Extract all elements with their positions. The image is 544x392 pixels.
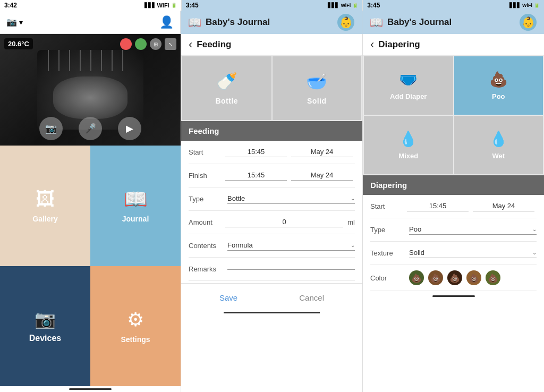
feeding-form-title: Feeding	[189, 126, 219, 135]
diapering-color-row: Color 💩 💩 💩 💩 💩	[370, 265, 537, 291]
journal-title-p3: 📖 Baby's Journal	[370, 16, 452, 29]
poo-icon: 💩	[489, 71, 508, 88]
panel-feeding: ‹ Feeding 🍼 Bottle 🥣 Solid Feeding	[181, 34, 362, 392]
journal-title-text-p3: Baby's Journal	[387, 17, 452, 28]
color-brown[interactable]: 💩	[428, 270, 443, 285]
bottom-indicator-p3	[432, 295, 475, 297]
journal-label: Journal	[122, 215, 149, 223]
time-panel1: 3:42	[4, 2, 17, 9]
back-button-feeding[interactable]: ‹	[189, 38, 192, 52]
person-icon-p1[interactable]: 👤	[159, 15, 174, 29]
diapering-form: Diapering Start 15:45 May 24 Type	[363, 175, 544, 392]
finish-date[interactable]: May 24	[291, 171, 353, 181]
status-bar-panel2: 3:45 ▋▋▋ WiFi 🔋	[182, 0, 363, 11]
feeding-section-title: Feeding	[197, 39, 231, 50]
diapering-start-date[interactable]: May 24	[473, 202, 534, 211]
finish-time[interactable]: 15:45	[225, 171, 287, 181]
wet-tile[interactable]: 💧 Wet	[454, 116, 543, 174]
camera-selector[interactable]: 📷 ▾	[6, 17, 23, 27]
save-button[interactable]: Save	[209, 290, 248, 305]
color-dark-brown[interactable]: 💩	[447, 270, 462, 285]
gallery-tile[interactable]: 🖼 Gallery	[0, 146, 90, 266]
add-diaper-icon: 🩲	[399, 71, 418, 88]
texture-label: Texture	[370, 249, 405, 257]
solid-label: Solid	[307, 97, 327, 105]
feeding-remarks-row: Remarks	[189, 258, 355, 281]
mixed-label: Mixed	[398, 152, 418, 160]
solid-icon: 🥣	[306, 71, 327, 91]
feeding-start-row: Start 15:45 May 24	[189, 141, 355, 164]
wifi-icon-p1: WiFi	[157, 2, 169, 8]
poo-tile[interactable]: 💩 Poo	[454, 56, 543, 115]
color-green-brown[interactable]: 💩	[486, 270, 500, 285]
signal-icon-p3: ▋▋▋	[509, 3, 521, 8]
battery-icon-p3: 🔋	[534, 3, 540, 8]
bottle-label: Bottle	[215, 97, 238, 105]
camera-selector-label: ▾	[19, 18, 23, 27]
camera-icon-nav: 📷	[6, 17, 17, 27]
baby-icon-p2[interactable]: 👶	[337, 14, 354, 31]
type-label-diapering: Type	[370, 226, 405, 234]
diapering-type-row[interactable]: Type Poo ⌄	[370, 218, 537, 242]
red-dot	[120, 38, 132, 50]
green-dot	[135, 38, 147, 50]
type-chevron-diapering: ⌄	[532, 226, 537, 232]
color-medium-brown[interactable]: 💩	[466, 270, 481, 285]
diapering-section-title: Diapering	[378, 39, 420, 50]
color-dark-green[interactable]: 💩	[409, 270, 424, 285]
settings-label: Settings	[121, 335, 150, 344]
camera-view: 20.6°C ⊞ ⤡ 📷 🎤 ▶	[0, 34, 181, 146]
journal-tile[interactable]: 📖 Journal	[90, 146, 181, 266]
solid-tile[interactable]: 🥣 Solid	[273, 56, 362, 120]
camera-bottom-controls: 📷 🎤 ▶	[0, 117, 181, 140]
wifi-icon-p3: WiFi	[522, 3, 532, 8]
cancel-button[interactable]: Cancel	[288, 290, 335, 305]
play-button[interactable]: ▶	[118, 117, 141, 140]
feeding-section-header: ‹ Feeding	[181, 34, 362, 55]
feeding-form-header: Feeding	[181, 121, 362, 141]
microphone-button[interactable]: 🎤	[79, 117, 102, 140]
amount-label: Amount	[189, 218, 223, 226]
signal-icon-p2: ▋▋▋	[328, 3, 339, 8]
start-time[interactable]: 15:45	[225, 148, 287, 157]
grid-btn[interactable]: ⊞	[150, 38, 162, 50]
start-date[interactable]: May 24	[291, 148, 353, 157]
texture-value: Solid	[409, 249, 424, 257]
contents-chevron: ⌄	[351, 242, 355, 248]
type-label-feeding: Type	[189, 195, 223, 203]
status-icons-panel1: ▋▋▋ WiFi 🔋	[144, 2, 177, 8]
gallery-label: Gallery	[32, 215, 57, 223]
back-button-diapering[interactable]: ‹	[370, 38, 374, 52]
expand-btn[interactable]: ⤡	[165, 38, 176, 50]
devices-label: Devices	[29, 334, 62, 343]
nav-bar-panel1: 📷 ▾ 👤	[0, 11, 181, 34]
time-panel2: 3:45	[186, 2, 199, 9]
poo-label: Poo	[492, 92, 505, 100]
snapshot-button[interactable]: 📷	[39, 117, 63, 140]
home-indicator-p1	[69, 388, 112, 390]
feeding-contents-row[interactable]: Contents Formula ⌄	[189, 234, 355, 258]
color-options: 💩 💩 💩 💩 💩	[409, 270, 500, 285]
diapering-texture-row[interactable]: Texture Solid ⌄	[370, 242, 537, 265]
texture-chevron: ⌄	[532, 250, 537, 255]
nav-bar-panel3: 📖 Baby's Journal 👶	[362, 11, 544, 34]
diaper-tiles: 🩲 Add Diaper 💩 Poo 💧 Mixed 💧 Wet	[363, 55, 544, 175]
contents-label: Contents	[189, 242, 223, 250]
settings-icon: ⚙	[127, 309, 144, 331]
baby-icon-p3[interactable]: 👶	[520, 14, 537, 31]
feeding-type-row[interactable]: Type Bottle ⌄	[189, 188, 355, 211]
amount-value[interactable]: 0	[225, 218, 343, 227]
mixed-tile[interactable]: 💧 Mixed	[364, 116, 453, 174]
journal-title-text-p2: Baby's Journal	[206, 17, 270, 28]
panel-diapering: ‹ Diapering 🩲 Add Diaper 💩 Poo 💧 Mixed	[362, 34, 544, 392]
time-panel3: 3:45	[367, 2, 380, 9]
finish-label: Finish	[189, 172, 223, 180]
settings-tile[interactable]: ⚙ Settings	[90, 266, 181, 387]
battery-icon-p1: 🔋	[171, 3, 177, 8]
add-diaper-label: Add Diaper	[390, 92, 427, 100]
panel-camera: 20.6°C ⊞ ⤡ 📷 🎤 ▶ 🖼 Ga	[0, 34, 181, 392]
bottle-tile[interactable]: 🍼 Bottle	[182, 56, 271, 120]
diapering-start-time[interactable]: 15:45	[407, 202, 469, 211]
devices-tile[interactable]: 📷 Devices	[0, 266, 90, 387]
add-diaper-tile[interactable]: 🩲 Add Diaper	[364, 56, 453, 115]
